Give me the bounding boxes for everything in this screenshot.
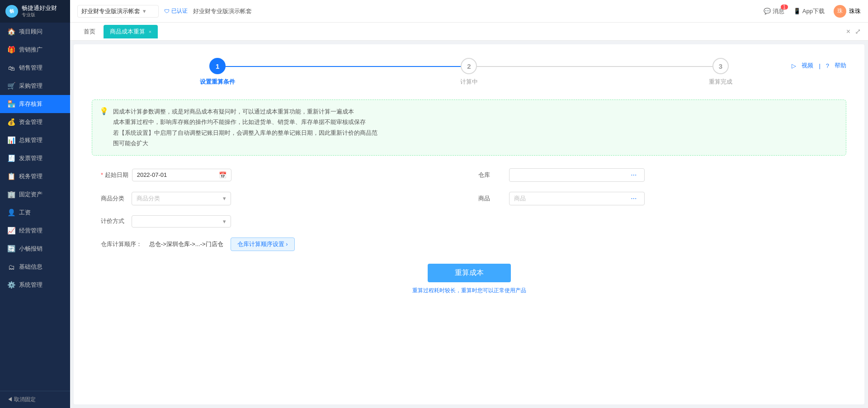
app-title: 畅捷通好业财 [22,5,57,12]
app-subtitle: 专业版 [22,12,57,18]
avatar: 珠 [834,5,846,18]
system-icon: ⚙️ [7,281,15,289]
price-method-label: 计价方式 [101,217,128,225]
video-link[interactable]: 视频 [802,62,813,70]
tab-home[interactable]: 首页 [77,25,102,38]
app-download-button[interactable]: 📱 App下载 [793,7,825,15]
warehouse-dots-icon[interactable]: ··· [628,171,639,179]
expand-window-icon[interactable]: ⤢ [855,27,861,36]
step-1-number: 1 [216,62,219,70]
goods-label: 商品 [478,195,505,203]
warehouse-input[interactable]: ··· [509,168,645,182]
sidebar-item-tax[interactable]: 📋 税务管理 [0,167,70,185]
form-row-2: 商品分类 商品分类 ▾ 商品 商品 ··· [101,192,837,205]
account-select[interactable]: 好业财专业版演示帐套 ▾ [77,5,159,18]
main-content: 1 设置重算条件 2 计算中 3 重算完成 ▷ 视频 [74,44,864,404]
tabbar-right-actions: × ⤢ [846,27,861,36]
marketing-icon: 🎁 [7,46,15,54]
notice-line-2: 成本重算过程中，影响库存账的操作均不能操作，比如进货单、销货单、库存单据不能审核… [113,117,377,127]
start-date-label: * 起始日期 [101,171,128,179]
inventory-icon: 🏪 [7,100,15,108]
sidebar-item-management[interactable]: 📈 经营管理 [0,222,70,240]
step-3-label: 重算完成 [709,78,732,86]
expense-icon: 🔄 [7,245,15,253]
sidebar-item-label: 发票管理 [19,154,42,162]
finance-icon: 💰 [7,118,15,126]
main-area: 好业财专业版演示帐套 ▾ 🛡 已认证 好业财专业版演示帐套 💬 消息 1 📱 A… [70,0,868,408]
goods-field: 商品 商品 ··· [478,192,838,205]
step-3-circle: 3 [712,58,729,74]
certified-label: 已认证 [171,7,188,15]
payroll-icon: 👤 [7,209,15,217]
sidebar-item-label: 基础信息 [19,263,42,271]
close-window-icon[interactable]: × [846,28,850,36]
tab-home-label: 首页 [84,28,95,35]
warehouse-order-row: 仓库计算顺序： 总仓->深圳仓库->...->门店仓 仓库计算顺序设置 › [92,237,846,251]
user-menu[interactable]: 珠 珠珠 [834,5,861,18]
sidebar-item-label: 销售管理 [19,64,42,72]
notice-line-1: 因成本计算参数调整，或是对商品成本有疑问时，可以通过成本重算功能，重新计算一遍成… [113,106,377,117]
warehouse-order-value: 总仓->深圳仓库->...->门店仓 [149,240,223,248]
sidebar-item-expense[interactable]: 🔄 小畅报销 [0,240,70,258]
sidebar-item-assets[interactable]: 🏢 固定资产 [0,185,70,204]
submit-button[interactable]: 重算成本 [428,264,511,282]
message-button[interactable]: 💬 消息 1 [764,7,784,15]
sidebar-item-sales[interactable]: 🛍 销售管理 [0,59,70,77]
warehouse-order-settings-label: 仓库计算顺序设置 › [237,240,288,248]
message-badge: 1 [781,5,788,9]
sidebar-item-label: 资金管理 [19,118,42,126]
certified-badge: 🛡 已认证 [164,7,188,15]
app-download-label: App下载 [802,7,825,15]
goods-dots-icon[interactable]: ··· [628,195,639,203]
sidebar-item-label: 工资 [19,209,31,217]
notice-icon: 💡 [99,107,108,149]
notice-text: 因成本计算参数调整，或是对商品成本有疑问时，可以通过成本重算功能，重新计算一遍成… [113,106,377,149]
form-row-1: * 起始日期 2022-07-01 📅 仓库 ··· [101,168,837,182]
sidebar-header: 畅 畅捷通好业财 专业版 [0,0,70,23]
notice-line-3: 若【系统设置】中启用了自动调整记账日期时，会调整入库单的整单记账日期，因此重新计… [113,128,377,138]
sidebar-item-project[interactable]: 🏠 项目顾问 [0,23,70,41]
sidebar-item-inventory[interactable]: 🏪 库存核算 [0,95,70,113]
sidebar-item-label: 固定资产 [19,190,42,199]
sidebar-item-purchase[interactable]: 🛒 采购管理 [0,77,70,95]
stepper: 1 设置重算条件 2 计算中 3 重算完成 ▷ 视频 [92,58,846,86]
sidebar-item-basic[interactable]: 🗂 基础信息 [0,258,70,276]
submit-hint: 重算过程耗时较长，重算时您可以正常使用产品 [92,287,846,294]
category-select[interactable]: 商品分类 ▾ [132,192,231,205]
price-method-field: 计价方式 ▾ [101,215,460,228]
tab-cost-recalc[interactable]: 商品成本重算 × [104,25,158,38]
warehouse-order-settings-button[interactable]: 仓库计算顺序设置 › [231,237,295,251]
sidebar-item-system[interactable]: ⚙️ 系统管理 [0,276,70,294]
price-method-select[interactable]: ▾ [132,215,231,228]
sidebar-footer-unpin[interactable]: ◀ 取消固定 [0,391,70,408]
sidebar-item-label: 税务管理 [19,172,42,180]
dropdown-arrow-icon: ▾ [223,195,226,202]
sidebar-item-invoice[interactable]: 🧾 发票管理 [0,149,70,167]
submit-area: 重算成本 重算过程耗时较长，重算时您可以正常使用产品 [92,264,846,294]
sidebar: 畅 畅捷通好业财 专业版 🏠 项目顾问 🎁 营销推广 🛍 销售管理 🛒 采购管理… [0,0,70,408]
start-date-input[interactable]: 2022-07-01 📅 [132,169,231,181]
project-icon: 🏠 [7,28,15,36]
shield-icon: 🛡 [164,8,170,14]
sales-icon: 🛍 [7,64,15,72]
form-row-3: 计价方式 ▾ [101,215,837,228]
sidebar-item-accounting[interactable]: 📊 总账管理 [0,131,70,149]
certified-account-name: 好业财专业版演示帐套 [193,7,252,15]
sidebar-item-finance[interactable]: 💰 资金管理 [0,113,70,131]
tab-close-icon[interactable]: × [149,29,151,34]
tabbar: 首页 商品成本重算 × × ⤢ [70,23,868,41]
goods-input[interactable]: 商品 ··· [509,192,645,205]
sidebar-item-marketing[interactable]: 🎁 营销推广 [0,41,70,59]
dropdown-arrow-icon: ▾ [143,8,146,14]
warehouse-order-label: 仓库计算顺序： [101,240,142,248]
assets-icon: 🏢 [7,190,15,199]
category-label: 商品分类 [101,195,128,203]
accounting-icon: 📊 [7,136,15,144]
sidebar-item-payroll[interactable]: 👤 工资 [0,204,70,222]
help-link[interactable]: 帮助 [835,62,846,70]
step-2-label: 计算中 [460,78,478,86]
notice-line-4: 围可能会扩大 [113,138,377,148]
topbar-right: 💬 消息 1 📱 App下载 珠 珠珠 [764,5,861,18]
app-logo-icon: 畅 [5,5,18,18]
calendar-icon[interactable]: 📅 [219,171,226,179]
